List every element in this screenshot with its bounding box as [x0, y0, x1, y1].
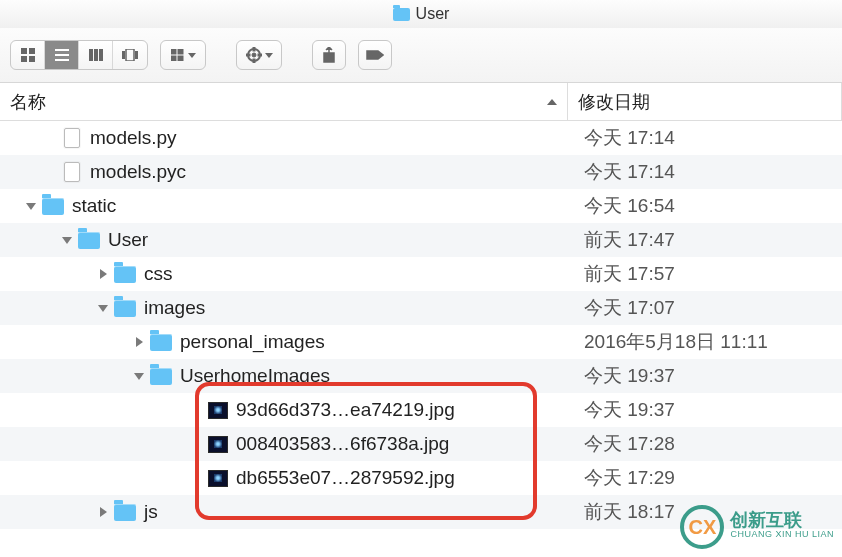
- list-item[interactable]: images今天 17:07: [0, 291, 842, 325]
- folder-icon: [114, 300, 136, 317]
- file-icon: [64, 128, 80, 148]
- file-date: 今天 17:07: [568, 295, 842, 321]
- disclosure-triangle[interactable]: [128, 337, 150, 347]
- list-item[interactable]: models.pyc今天 17:14: [0, 155, 842, 189]
- list-item[interactable]: personal_images2016年5月18日 11:11: [0, 325, 842, 359]
- disclosure-triangle[interactable]: [56, 237, 78, 244]
- view-columns-button[interactable]: [79, 41, 113, 69]
- list-item[interactable]: UserhomeImages今天 19:37: [0, 359, 842, 393]
- image-icon: [208, 470, 228, 487]
- file-date: 前天 17:47: [568, 227, 842, 253]
- column-header-date-label: 修改日期: [578, 90, 650, 114]
- disclosure-triangle[interactable]: [128, 373, 150, 380]
- file-name: User: [108, 229, 148, 251]
- svg-rect-19: [253, 47, 255, 51]
- svg-rect-5: [55, 54, 69, 56]
- svg-rect-3: [29, 56, 35, 62]
- svg-rect-16: [178, 56, 183, 61]
- column-header-name-label: 名称: [10, 90, 46, 114]
- file-date: 今天 17:29: [568, 465, 842, 491]
- watermark-brand-cn: 创新互联: [730, 513, 834, 527]
- file-name: static: [72, 195, 116, 217]
- image-icon: [208, 402, 228, 419]
- file-date: 今天 17:14: [568, 125, 842, 151]
- sort-ascending-icon: [547, 99, 557, 105]
- svg-point-18: [252, 53, 256, 57]
- svg-rect-12: [135, 51, 138, 59]
- svg-rect-0: [21, 48, 27, 54]
- folder-icon: [78, 232, 100, 249]
- svg-rect-4: [55, 49, 69, 51]
- file-date: 今天 16:54: [568, 193, 842, 219]
- file-date: 今天 17:14: [568, 159, 842, 185]
- svg-point-25: [370, 54, 373, 57]
- watermark-brand-py: CHUANG XIN HU LIAN: [730, 527, 834, 541]
- svg-rect-6: [55, 59, 69, 61]
- svg-rect-11: [126, 49, 134, 61]
- column-header: 名称 修改日期: [0, 83, 842, 121]
- svg-rect-1: [29, 48, 35, 54]
- list-item[interactable]: db6553e07…2879592.jpg今天 17:29: [0, 461, 842, 495]
- file-name: images: [144, 297, 205, 319]
- file-icon: [64, 162, 80, 182]
- svg-rect-2: [21, 56, 27, 62]
- file-name: js: [144, 501, 158, 523]
- disclosure-triangle[interactable]: [20, 203, 42, 210]
- svg-rect-10: [122, 51, 125, 59]
- action-button[interactable]: [236, 40, 282, 70]
- column-header-date[interactable]: 修改日期: [568, 83, 842, 120]
- svg-rect-8: [94, 49, 98, 61]
- tags-button[interactable]: [358, 40, 392, 70]
- file-name: models.py: [90, 127, 177, 149]
- folder-icon: [42, 198, 64, 215]
- arrange-button[interactable]: [160, 40, 206, 70]
- view-mode-segment: [10, 40, 148, 70]
- view-icon-button[interactable]: [11, 41, 45, 69]
- file-list: models.py今天 17:14models.pyc今天 17:14stati…: [0, 121, 842, 529]
- disclosure-triangle[interactable]: [92, 507, 114, 517]
- file-date: 今天 19:37: [568, 397, 842, 423]
- file-name: db6553e07…2879592.jpg: [236, 467, 455, 489]
- folder-icon: [393, 8, 410, 21]
- list-item[interactable]: 008403583…6f6738a.jpg今天 17:28: [0, 427, 842, 461]
- window-titlebar: User: [0, 0, 842, 28]
- list-item[interactable]: 93d66d373…ea74219.jpg今天 19:37: [0, 393, 842, 427]
- folder-icon: [150, 368, 172, 385]
- svg-rect-21: [246, 54, 250, 56]
- view-coverflow-button[interactable]: [113, 41, 147, 69]
- list-item[interactable]: css前天 17:57: [0, 257, 842, 291]
- list-item[interactable]: static今天 16:54: [0, 189, 842, 223]
- svg-rect-15: [171, 56, 176, 61]
- file-date: 今天 19:37: [568, 363, 842, 389]
- list-item[interactable]: User前天 17:47: [0, 223, 842, 257]
- disclosure-triangle[interactable]: [92, 269, 114, 279]
- window-title: User: [416, 5, 450, 23]
- image-icon: [208, 436, 228, 453]
- svg-rect-13: [171, 49, 176, 54]
- chevron-down-icon: [188, 53, 196, 58]
- folder-icon: [114, 504, 136, 521]
- watermark: CX 创新互联 CHUANG XIN HU LIAN: [680, 505, 834, 549]
- file-name: personal_images: [180, 331, 325, 353]
- file-name: UserhomeImages: [180, 365, 330, 387]
- file-name: 93d66d373…ea74219.jpg: [236, 399, 455, 421]
- svg-rect-22: [258, 54, 262, 56]
- folder-icon: [114, 266, 136, 283]
- file-date: 2016年5月18日 11:11: [568, 329, 842, 355]
- svg-rect-9: [99, 49, 103, 61]
- share-button[interactable]: [312, 40, 346, 70]
- folder-icon: [150, 334, 172, 351]
- file-date: 前天 17:57: [568, 261, 842, 287]
- column-header-name[interactable]: 名称: [0, 83, 568, 120]
- file-date: 今天 17:28: [568, 431, 842, 457]
- view-list-button[interactable]: [45, 41, 79, 69]
- file-name: models.pyc: [90, 161, 186, 183]
- disclosure-triangle[interactable]: [92, 305, 114, 312]
- svg-rect-14: [178, 49, 183, 54]
- list-item[interactable]: models.py今天 17:14: [0, 121, 842, 155]
- file-name: 008403583…6f6738a.jpg: [236, 433, 449, 455]
- file-name: css: [144, 263, 173, 285]
- svg-rect-20: [253, 59, 255, 63]
- chevron-down-icon: [265, 53, 273, 58]
- watermark-logo: CX: [680, 505, 724, 549]
